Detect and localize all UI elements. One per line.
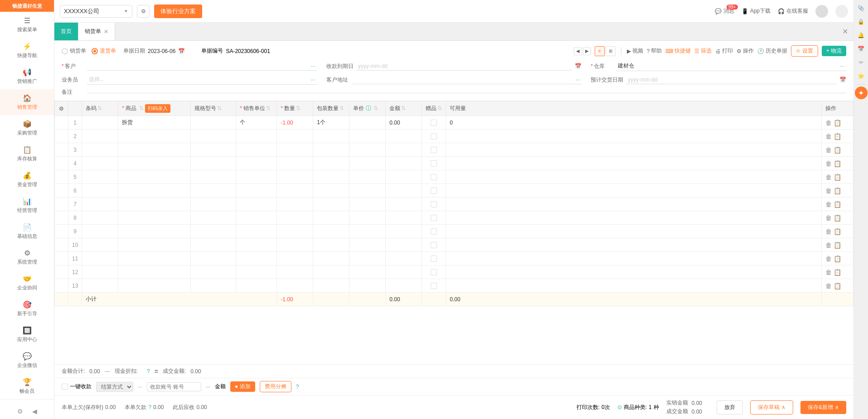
cell-pkg-1[interactable] <box>313 130 349 143</box>
copy-icon-5[interactable]: 📋 <box>834 187 841 194</box>
discard-button[interactable]: 放弃 <box>717 400 743 414</box>
copy-icon-3[interactable]: 📋 <box>834 160 841 167</box>
radio-return[interactable]: 退货单 <box>92 47 116 55</box>
sidebar-item-collab[interactable]: 🤝 企业协同 <box>0 270 54 296</box>
rt-star-btn[interactable]: ⭐ <box>855 70 868 82</box>
cell-product-4[interactable] <box>118 170 191 184</box>
cell-gift-9[interactable] <box>422 238 446 252</box>
cell-spec-9[interactable] <box>191 238 236 252</box>
company-selector[interactable]: XXXXXX公司 ▼ <box>60 5 132 18</box>
message-button[interactable]: 💬 消息 99+ <box>715 7 734 15</box>
cell-qty-6[interactable] <box>277 197 313 211</box>
cell-spec-4[interactable] <box>191 170 236 184</box>
warehouse-dots[interactable]: ··· <box>840 63 844 69</box>
tab-sales-order[interactable]: 销货单 ✕ <box>78 23 115 40</box>
cell-pkg-3[interactable] <box>313 157 349 170</box>
rt-calendar-btn[interactable]: 📅 <box>855 43 868 55</box>
cell-price-3[interactable] <box>349 157 386 170</box>
sidebar-item-apps[interactable]: 🔲 应用中心 <box>0 322 54 347</box>
cell-barcode-0[interactable] <box>82 116 118 130</box>
cell-gift-10[interactable] <box>422 252 446 265</box>
cell-pkg-4[interactable] <box>313 170 349 184</box>
delete-icon-10[interactable]: 🗑 <box>825 255 832 262</box>
cell-qty-12[interactable] <box>277 279 313 293</box>
cell-product-6[interactable] <box>118 197 191 211</box>
copy-icon-6[interactable]: 📋 <box>834 201 841 208</box>
print-btn[interactable]: 🖨 打印 <box>715 47 733 55</box>
tab-home[interactable]: 首页 <box>54 23 78 40</box>
cell-product-11[interactable] <box>118 265 191 279</box>
cell-barcode-2[interactable] <box>82 143 118 157</box>
due-date-input[interactable]: yyyy-mm-dd <box>356 62 572 71</box>
cell-spec-11[interactable] <box>191 265 236 279</box>
cell-qty-3[interactable] <box>277 157 313 170</box>
cell-gift-6[interactable] <box>422 197 446 211</box>
cell-qty-9[interactable] <box>277 238 313 252</box>
close-all-button[interactable]: ✕ <box>837 27 853 36</box>
cell-barcode-11[interactable] <box>82 265 118 279</box>
cell-barcode-1[interactable] <box>82 130 118 143</box>
next-record-btn[interactable]: ▶ <box>583 47 591 55</box>
cell-pkg-6[interactable] <box>313 197 349 211</box>
cell-qty-2[interactable] <box>277 143 313 157</box>
cell-gift-11[interactable] <box>422 265 446 279</box>
cell-pkg-2[interactable] <box>313 143 349 157</box>
cell-price-10[interactable] <box>349 252 386 265</box>
cell-spec-12[interactable] <box>191 279 236 293</box>
sidebar-item-shortcut[interactable]: ⚡ 快捷导航 <box>0 38 54 63</box>
delete-icon-8[interactable]: 🗑 <box>825 228 832 235</box>
cell-barcode-5[interactable] <box>82 184 118 197</box>
payment-help-icon[interactable]: ? <box>296 384 299 390</box>
cell-unit-9[interactable] <box>236 238 277 252</box>
cell-unit-5[interactable] <box>236 184 277 197</box>
cell-amount-12[interactable] <box>386 279 422 293</box>
history-btn[interactable]: 🕐 历史单据 <box>757 47 787 55</box>
method-dots[interactable]: ··· <box>138 384 142 390</box>
cell-amount-2[interactable] <box>386 143 422 157</box>
cell-qty-11[interactable] <box>277 265 313 279</box>
cell-gift-4[interactable] <box>422 170 446 184</box>
warehouse-input[interactable]: 建材仓 ··· <box>616 61 846 71</box>
cell-unit-3[interactable] <box>236 157 277 170</box>
operation-btn[interactable]: ⚙ 操作 <box>737 47 754 55</box>
sidebar-item-purchase[interactable]: 📦 采购管理 <box>0 115 54 141</box>
cell-price-1[interactable] <box>349 130 386 143</box>
filter-btn[interactable]: ☰ 筛选 <box>694 47 712 55</box>
cell-unit-7[interactable] <box>236 211 277 225</box>
trial-button[interactable]: 体验行业方案 <box>154 5 202 18</box>
customer-input[interactable]: ··· <box>87 62 317 71</box>
cell-barcode-9[interactable] <box>82 238 118 252</box>
cell-pkg-7[interactable] <box>313 211 349 225</box>
due-date-calendar-icon[interactable]: 📅 <box>575 63 582 69</box>
cell-price-11[interactable] <box>349 265 386 279</box>
cell-amount-1[interactable] <box>386 130 422 143</box>
cell-pkg-11[interactable] <box>313 265 349 279</box>
cell-amount-5[interactable] <box>386 184 422 197</box>
cell-pkg-9[interactable] <box>313 238 349 252</box>
list-view-btn[interactable]: ≡ <box>595 46 605 56</box>
cell-qty-1[interactable] <box>277 130 313 143</box>
cell-gift-5[interactable] <box>422 184 446 197</box>
copy-icon-10[interactable]: 📋 <box>834 255 841 262</box>
cell-qty-7[interactable] <box>277 211 313 225</box>
cell-spec-10[interactable] <box>191 252 236 265</box>
cell-product-5[interactable] <box>118 184 191 197</box>
cell-unit-6[interactable] <box>236 197 277 211</box>
payment-method-select[interactable]: 结算方式 <box>96 382 133 392</box>
sidebar-item-finance[interactable]: 💰 资金管理 <box>0 167 54 193</box>
prev-record-btn[interactable]: ◀ <box>574 47 582 55</box>
cost-split-button[interactable]: 费用分摊 <box>260 381 291 392</box>
help-btn[interactable]: ? 帮助 <box>647 47 662 55</box>
flow-button[interactable]: + 物流 <box>822 46 846 56</box>
rt-edit-btn[interactable]: ✏ <box>855 56 868 69</box>
delete-icon-11[interactable]: 🗑 <box>825 269 832 276</box>
cell-amount-7[interactable] <box>386 211 422 225</box>
topbar-gear-button[interactable]: ⚙ <box>137 5 150 18</box>
cell-amount-11[interactable] <box>386 265 422 279</box>
cell-qty-0[interactable]: -1.00 <box>277 116 313 130</box>
cell-amount-0[interactable]: 0.00 <box>386 116 422 130</box>
online-service-button[interactable]: 🎧 在线客服 <box>778 7 808 15</box>
cell-unit-0[interactable]: 个 <box>236 116 277 130</box>
cell-product-12[interactable] <box>118 279 191 293</box>
scan-barcode-button[interactable]: 扫码录入 <box>145 104 170 113</box>
